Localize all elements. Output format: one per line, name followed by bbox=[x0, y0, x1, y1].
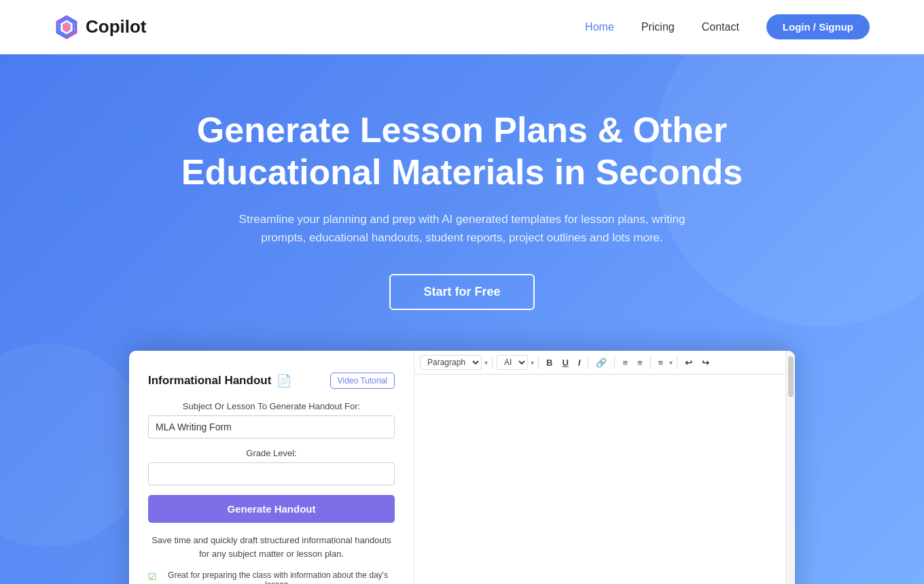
check-item-0: ☑ Great for preparing the class with inf… bbox=[148, 570, 395, 584]
hero-section: Generate Lesson Plans & Other Educationa… bbox=[0, 54, 924, 584]
italic-button[interactable]: I bbox=[575, 356, 584, 369]
grade-label: Grade Level: bbox=[148, 448, 395, 458]
toolbar-divider-5 bbox=[650, 356, 651, 368]
toolbar-divider-3 bbox=[588, 356, 588, 368]
subject-input[interactable] bbox=[148, 415, 395, 439]
check-item-text-0: Great for preparing the class with infor… bbox=[161, 570, 395, 584]
svg-marker-2 bbox=[63, 22, 71, 33]
logo-area: Copilot bbox=[54, 15, 147, 39]
toolbar-divider-6 bbox=[677, 356, 677, 368]
brand-name: Copilot bbox=[86, 16, 147, 37]
toolbar-divider-4 bbox=[614, 356, 615, 368]
app-preview: Informational Handout 📄 Video Tutorial S… bbox=[129, 351, 795, 584]
right-panel-wrapper: Paragraph ▾ AI ▾ B U I 🔗 ≡ ≡ bbox=[414, 351, 795, 584]
toolbar-divider-2 bbox=[538, 356, 539, 368]
hero-title: Generate Lesson Plans & Other Educationa… bbox=[170, 109, 754, 194]
video-tutorial-button[interactable]: Video Tutorial bbox=[330, 373, 395, 389]
left-panel: Informational Handout 📄 Video Tutorial S… bbox=[129, 351, 414, 584]
navbar: Copilot Home Pricing Contact Login / Sig… bbox=[0, 0, 924, 54]
ai-chevron: ▾ bbox=[531, 359, 534, 366]
editor-content[interactable] bbox=[414, 380, 795, 516]
dropdown-chevron: ▾ bbox=[484, 359, 488, 366]
scrollbar-track[interactable] bbox=[785, 351, 795, 584]
toolbar-divider-1 bbox=[492, 356, 493, 368]
align-chevron: ▾ bbox=[669, 359, 673, 366]
description-text: Save time and quickly draft structured i… bbox=[148, 534, 395, 561]
panel-title-text: Informational Handout bbox=[148, 374, 271, 388]
scrollbar-thumb[interactable] bbox=[788, 356, 794, 397]
start-for-free-button[interactable]: Start for Free bbox=[389, 274, 534, 310]
check-icon: ☑ bbox=[148, 571, 157, 582]
hero-subtitle: Streamline your planning and prep with A… bbox=[224, 210, 700, 247]
align-button[interactable]: ≡ bbox=[655, 356, 667, 369]
link-button[interactable]: 🔗 bbox=[592, 356, 610, 369]
nav-pricing[interactable]: Pricing bbox=[641, 21, 675, 33]
redo-button[interactable]: ↪ bbox=[698, 356, 713, 369]
login-signup-button[interactable]: Login / Signup bbox=[766, 14, 870, 39]
grade-input[interactable] bbox=[148, 462, 395, 485]
nav-contact[interactable]: Contact bbox=[702, 21, 739, 33]
generate-handout-button[interactable]: Generate Handout bbox=[148, 495, 395, 523]
bold-button[interactable]: B bbox=[543, 356, 556, 369]
editor-toolbar: Paragraph ▾ AI ▾ B U I 🔗 ≡ ≡ bbox=[414, 351, 795, 375]
panel-title: Informational Handout 📄 bbox=[148, 373, 291, 388]
bullet-list-button[interactable]: ≡ bbox=[619, 356, 631, 369]
brand-logo-icon bbox=[54, 15, 79, 39]
ordered-list-button[interactable]: ≡ bbox=[634, 356, 646, 369]
nav-links: Home Pricing Contact Login / Signup bbox=[585, 14, 870, 39]
subject-label: Subject Or Lesson To Generate Handout Fo… bbox=[148, 401, 395, 411]
document-icon: 📄 bbox=[277, 373, 291, 388]
underline-button[interactable]: U bbox=[558, 356, 571, 369]
ai-select[interactable]: AI bbox=[497, 355, 528, 370]
undo-button[interactable]: ↩ bbox=[681, 356, 696, 369]
nav-home[interactable]: Home bbox=[585, 21, 614, 33]
paragraph-select[interactable]: Paragraph bbox=[420, 355, 482, 370]
right-panel: Paragraph ▾ AI ▾ B U I 🔗 ≡ ≡ bbox=[414, 351, 795, 584]
panel-header: Informational Handout 📄 Video Tutorial bbox=[148, 373, 395, 389]
